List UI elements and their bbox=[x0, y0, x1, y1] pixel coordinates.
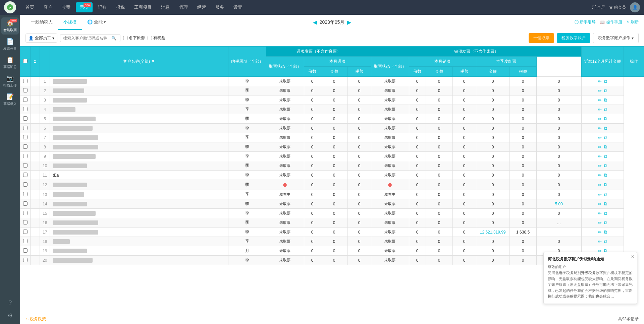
row-checkbox[interactable] bbox=[23, 258, 28, 262]
edit-icon[interactable]: ✏ bbox=[598, 201, 602, 207]
edit-icon[interactable]: ✏ bbox=[598, 116, 602, 122]
edit-icon[interactable]: ✏ bbox=[598, 211, 602, 216]
row-checkbox[interactable] bbox=[23, 144, 28, 149]
row-checkbox[interactable] bbox=[23, 201, 28, 206]
copy-icon[interactable]: ⧉ bbox=[604, 192, 607, 197]
edit-icon[interactable]: ✏ bbox=[598, 173, 602, 178]
copy-icon[interactable]: ⧉ bbox=[604, 107, 607, 112]
edit-icon[interactable]: ✏ bbox=[598, 163, 602, 169]
sidebar-item-scan-upload[interactable]: 📷 扫描上传 bbox=[1, 73, 19, 90]
copy-icon[interactable]: ⧉ bbox=[604, 144, 607, 150]
row-checkbox[interactable] bbox=[23, 79, 28, 83]
select-all-checkbox[interactable] bbox=[23, 59, 28, 63]
tax-account-op-btn[interactable]: 税务数字账户操作 ▾ bbox=[593, 33, 639, 43]
row-checkbox[interactable] bbox=[23, 230, 28, 234]
copy-icon[interactable]: ⧉ bbox=[604, 125, 607, 131]
copy-icon[interactable]: ⧉ bbox=[604, 88, 607, 93]
row-checkbox[interactable] bbox=[23, 135, 28, 139]
nav-business[interactable]: 工商项目 bbox=[130, 2, 156, 12]
edit-icon[interactable]: ✏ bbox=[598, 154, 602, 159]
nav-tax[interactable]: 报税 bbox=[112, 2, 129, 12]
copy-icon[interactable]: ⧉ bbox=[604, 220, 607, 225]
tab-small[interactable]: 小规模 bbox=[58, 15, 82, 30]
edit-icon[interactable]: ✏ bbox=[598, 192, 602, 197]
copy-icon[interactable]: ⧉ bbox=[604, 163, 607, 169]
copy-icon[interactable]: ⧉ bbox=[604, 229, 607, 235]
sidebar-item-invoice-entry[interactable]: 📝 票据录入 bbox=[1, 91, 19, 108]
row-checkbox[interactable] bbox=[23, 192, 28, 196]
row-checkbox[interactable] bbox=[23, 173, 28, 177]
nav-settings[interactable]: 设置 bbox=[229, 2, 246, 12]
prev-period-btn[interactable]: ◀ bbox=[313, 19, 317, 25]
row-checkbox[interactable] bbox=[23, 116, 28, 121]
sidebar-item-invoice-summary[interactable]: 📋 票据汇总 bbox=[1, 54, 19, 71]
sidebar-settings[interactable]: ⚙ bbox=[1, 310, 19, 321]
refresh-link[interactable]: ↻ 刷新 bbox=[626, 19, 639, 25]
nav-operation[interactable]: 经营 bbox=[193, 2, 210, 12]
sidebar-item-smart-ticket[interactable]: new 🏠 智能取票 bbox=[1, 17, 19, 35]
edit-icon[interactable]: ✏ bbox=[598, 230, 602, 235]
copy-icon[interactable]: ⧉ bbox=[604, 210, 607, 216]
edit-icon[interactable]: ✏ bbox=[598, 135, 602, 140]
employee-select[interactable]: 👤 全部员工 ▾ bbox=[25, 34, 57, 43]
copy-icon[interactable]: ⧉ bbox=[604, 78, 607, 84]
edit-icon[interactable]: ✏ bbox=[598, 88, 602, 93]
copy-icon[interactable]: ⧉ bbox=[604, 182, 607, 188]
nav-invoice[interactable]: 票据 new bbox=[76, 2, 93, 12]
nav-service[interactable]: 服务 bbox=[211, 2, 228, 12]
checkbox-tax-device[interactable]: 有税盘 bbox=[148, 35, 165, 41]
manual-link[interactable]: 📖 操作手册 bbox=[600, 19, 622, 25]
row-checkbox[interactable] bbox=[23, 88, 28, 92]
new-guide-link[interactable]: ⓪ 新手引导 bbox=[575, 19, 596, 25]
edit-icon[interactable]: ✏ bbox=[598, 182, 602, 188]
account-checkbox[interactable] bbox=[123, 36, 127, 40]
row-checkbox[interactable] bbox=[23, 98, 28, 102]
copy-icon[interactable]: ⧉ bbox=[604, 201, 607, 207]
vip-tool[interactable]: ♛ 购会员 bbox=[609, 5, 626, 10]
edit-icon[interactable]: ✏ bbox=[598, 79, 602, 84]
edit-icon[interactable]: ✏ bbox=[598, 239, 602, 244]
nav-message[interactable]: 消息 bbox=[157, 2, 174, 12]
nav-manage[interactable]: 管理 bbox=[175, 2, 192, 12]
row-checkbox[interactable] bbox=[23, 211, 28, 215]
copy-icon[interactable]: ⧉ bbox=[604, 239, 607, 244]
sidebar-help[interactable]: ? bbox=[1, 298, 19, 309]
search-input[interactable] bbox=[63, 36, 110, 41]
nav-accounting[interactable]: 记账 bbox=[94, 2, 111, 12]
copy-icon[interactable]: ⧉ bbox=[604, 153, 607, 159]
row-checkbox[interactable] bbox=[23, 126, 28, 130]
edit-icon[interactable]: ✏ bbox=[598, 220, 602, 225]
tab-general[interactable]: 一般纳税人 bbox=[25, 15, 58, 30]
sidebar-item-open-invoice[interactable]: 📄 发票开具 bbox=[1, 36, 19, 53]
edit-icon[interactable]: ✏ bbox=[598, 126, 602, 131]
checkbox-account[interactable]: 名下帐套 bbox=[123, 35, 145, 41]
nav-customer[interactable]: 客户 bbox=[40, 2, 56, 12]
edit-icon[interactable]: ✏ bbox=[598, 98, 602, 103]
row-checkbox[interactable] bbox=[23, 107, 28, 111]
tax-device-checkbox[interactable] bbox=[148, 36, 152, 40]
row-checkbox[interactable] bbox=[23, 239, 28, 243]
copy-icon[interactable]: ⧉ bbox=[604, 97, 607, 103]
fullscreen-tool[interactable]: ⛶ 全屏 bbox=[592, 5, 605, 10]
copy-icon[interactable]: ⧉ bbox=[604, 172, 607, 178]
row-checkbox[interactable] bbox=[23, 182, 28, 187]
edit-icon[interactable]: ✏ bbox=[598, 144, 602, 150]
td-no: 3 bbox=[40, 95, 50, 105]
copy-icon[interactable]: ⧉ bbox=[604, 135, 607, 140]
row-checkbox[interactable] bbox=[23, 154, 28, 158]
row-checkbox[interactable] bbox=[23, 163, 28, 168]
copy-icon[interactable]: ⧉ bbox=[604, 116, 607, 122]
row-checkbox[interactable] bbox=[23, 220, 28, 224]
row-checkbox[interactable] bbox=[23, 248, 28, 253]
search-box[interactable]: 🔍 bbox=[60, 34, 120, 42]
nav-fee[interactable]: 收费 bbox=[58, 2, 74, 12]
tab-all[interactable]: 🌐 全能 ▾ bbox=[82, 15, 111, 30]
nav-home[interactable]: 首页 bbox=[21, 2, 38, 12]
tax-policy-link[interactable]: ⊕ 税务政策 bbox=[25, 316, 46, 322]
one-click-fetch-btn[interactable]: 一键取票 bbox=[529, 33, 554, 43]
tax-account-btn[interactable]: 税务数字账户 bbox=[557, 33, 590, 43]
edit-icon[interactable]: ✏ bbox=[598, 107, 602, 112]
avatar[interactable]: 👤 bbox=[630, 2, 640, 12]
notification-close-btn[interactable]: ✕ bbox=[631, 254, 634, 259]
next-period-btn[interactable]: ▶ bbox=[347, 19, 351, 25]
